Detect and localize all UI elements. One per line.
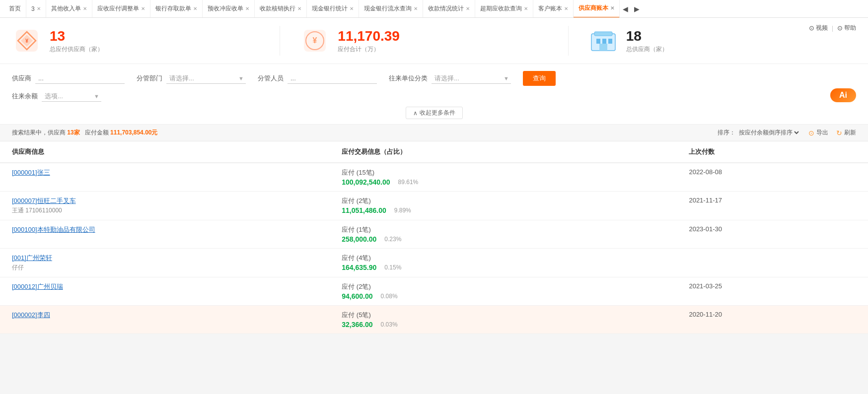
sort-select[interactable]: 按应付余额倒序排序 [737,129,800,136]
close-tab-customer-book[interactable]: ✕ [564,6,568,11]
svg-text:¥: ¥ [313,36,317,45]
collapse-button[interactable]: ∧ 收起更多条件 [406,107,463,119]
dept-filter-label: 分管部门 [137,74,162,83]
close-tab-supplier-book[interactable]: ✕ [610,5,614,11]
summary-item-1: ¥ 13 总应付供应商（家） [12,26,280,56]
tx-amount[interactable]: 258,000.00 [342,235,376,243]
tx-count: 应付 (4笔) [342,254,665,263]
tx-count: 应付 (1笔) [342,225,665,234]
nav-tab-3[interactable]: 3 ✕ [26,0,46,18]
nav-tab-overdue-ar[interactable]: 超期应收款查询 ✕ [475,0,533,18]
supplier-info-cell: [001]广州荣轩仔仔 [0,249,330,277]
nav-tab-prepay-offset[interactable]: 预收冲应收单 ✕ [203,0,255,18]
refresh-button[interactable]: ↻ 刷新 [836,129,856,137]
person-filter-label: 分管人员 [258,74,284,83]
supplier-payable-icon: ¥ [12,26,42,56]
tx-count: 应付 (5笔) [342,311,665,320]
close-tab-receipt-stat[interactable]: ✕ [466,6,470,11]
close-tab-overdue-ar[interactable]: ✕ [524,6,528,11]
close-tab-other-income[interactable]: ✕ [83,6,87,11]
result-info: 搜索结果中，供应商 13家 应付金额 111,703,854.00元 [12,129,157,137]
supplier-link[interactable]: [001]广州荣轩 [12,254,52,262]
nav-prev-arrow[interactable]: ◀ [620,5,631,13]
supplier-link[interactable]: [000007]恒旺二手叉车 [12,197,76,204]
person-filter-input[interactable] [288,73,377,84]
th-last-pay: 上次付数 [677,141,868,163]
sort-label: 排序： 按应付余额倒序排序 [718,129,800,137]
supplier-link[interactable]: [000100]本特勤油品有限公司 [12,226,95,233]
tx-amount[interactable]: 32,366.00 [342,321,372,328]
table-header-row: 供应商信息 应付交易信息（占比） 上次付数 [0,141,868,163]
close-tab-cash-bank-stat[interactable]: ✕ [350,6,354,11]
video-icon: ⊙ [809,24,814,32]
svg-rect-9 [596,39,600,44]
link-separator: | [832,25,833,32]
tx-pct: 89.61% [398,179,419,186]
close-tab-prepay-offset[interactable]: ✕ [245,6,249,11]
supplier-link[interactable]: [000002]李四 [12,311,50,319]
summary-text-1: 13 总应付供应商（家） [50,28,103,54]
last-pay-cell [677,249,868,277]
export-button[interactable]: ⊙ 导出 [808,129,828,137]
nav-tab-cash-bank-flow[interactable]: 现金银行流水查询 ✕ [359,0,423,18]
balance-filter-select[interactable]: 选项... [42,91,101,102]
close-tab-3[interactable]: ✕ [37,6,41,11]
category-filter-select[interactable]: 请选择... [432,73,511,84]
filter-balance: 往来余额 选项... ▼ [12,91,101,102]
result-actions: 排序： 按应付余额倒序排序 ⊙ 导出 ↻ 刷新 [718,129,856,137]
nav-tab-ar-ap-adjust[interactable]: 应收应付调整单 ✕ [92,0,150,18]
summary-text-3: 18 总供应商（家） [626,28,668,54]
nav-tab-home[interactable]: 首页 [4,0,26,18]
last-pay-cell: 2021-11-17 [677,192,868,220]
result-text: 搜索结果中，供应商 13家 应付金额 111,703,854.00元 [12,129,157,137]
supplier-filter-input[interactable] [35,73,125,84]
close-tab-bank-deposit[interactable]: ✕ [193,6,197,11]
tx-amount[interactable]: 164,635.90 [342,263,376,271]
dept-filter-select[interactable]: 请选择... [166,73,246,84]
total-suppliers-icon [588,26,618,56]
nav-tab-receipt-verify[interactable]: 收款核销执行 ✕ [255,0,307,18]
supplier-filter-label: 供应商 [12,74,31,83]
summary-item-2: ¥ 11,170.39 应付合计（万） [300,26,568,56]
total-payable-amount-label: 应付合计（万） [338,45,400,54]
tx-amount[interactable]: 94,600.00 [342,292,372,300]
tx-info-cell: 应付 (2笔)94,600.000.08% [330,277,677,306]
close-tab-receipt-verify[interactable]: ✕ [297,6,301,11]
filter-person: 分管人员 [258,73,377,84]
close-tab-cash-bank-flow[interactable]: ✕ [414,6,418,11]
refresh-icon: ↻ [836,129,842,137]
ai-badge[interactable]: Ai [830,88,856,102]
summary-text-2: 11,170.39 应付合计（万） [338,28,400,54]
supplier-info-cell: [000002]李四 [0,306,330,334]
nav-tab-bank-deposit[interactable]: 银行存取款单 ✕ [150,0,203,18]
video-link[interactable]: ⊙ 视频 [809,24,828,32]
nav-tab-receipt-stat[interactable]: 收款情况统计 ✕ [423,0,475,18]
table-row: [000012]广州贝瑞应付 (2笔)94,600.000.08%2021-03… [0,277,868,306]
filter-dept: 分管部门 请选择... ▼ [137,73,246,84]
tx-info-cell: 应付 (4笔)164,635.900.15% [330,249,677,277]
collapse-icon: ∧ [413,110,418,117]
svg-rect-8 [594,32,612,36]
supplier-link[interactable]: [000001]张三 [12,169,50,176]
nav-tab-cash-bank-stat[interactable]: 现金银行统计 ✕ [307,0,359,18]
query-button[interactable]: 查询 [523,71,556,86]
svg-rect-10 [602,39,606,44]
table-row: [000001]张三应付 (15笔)100,092,540.0089.61%20… [0,163,868,192]
filter-row-2: 往来余额 选项... ▼ [12,91,856,102]
close-tab-ar-ap-adjust[interactable]: ✕ [141,6,145,11]
help-link[interactable]: ⊙ 帮助 [837,24,856,32]
dept-select-wrap: 请选择... ▼ [166,73,246,84]
svg-rect-12 [599,44,607,51]
nav-tab-customer-book[interactable]: 客户账本 ✕ [533,0,574,18]
tx-info-cell: 应付 (5笔)32,366.000.03% [330,306,677,334]
supplier-link[interactable]: [000012]广州贝瑞 [12,283,63,290]
total-payable-amount-num: 11,170.39 [338,28,400,45]
tx-pct: 0.03% [381,321,398,328]
nav-tab-supplier-book[interactable]: 供应商账本 ✕ [574,0,620,18]
last-pay-cell: 2022-08-08 [677,163,868,192]
tx-amount[interactable]: 11,051,486.00 [342,206,386,214]
nav-next-arrow[interactable]: ▶ [631,5,643,13]
table-row: [000002]李四应付 (5笔)32,366.000.03%2020-11-2… [0,306,868,334]
nav-tab-other-income[interactable]: 其他收入单 ✕ [46,0,92,18]
tx-amount[interactable]: 100,092,540.00 [342,178,390,186]
